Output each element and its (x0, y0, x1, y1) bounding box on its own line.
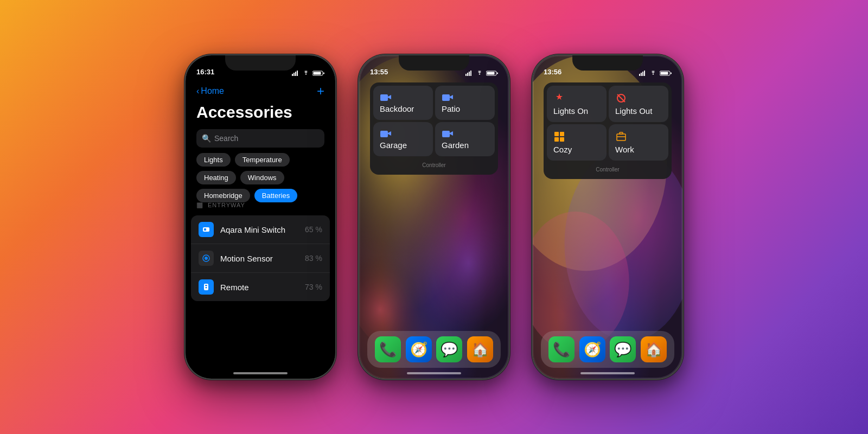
back-label: Home (201, 86, 224, 96)
battery-icon-3 (660, 71, 672, 76)
dock-phone-2[interactable]: 📞 (375, 336, 401, 362)
svg-rect-47 (560, 132, 564, 136)
svg-rect-5 (323, 73, 324, 74)
tag-batteries[interactable]: Batteries (254, 189, 297, 202)
list-item[interactable]: Aqara Mini Switch 65 % (191, 215, 330, 244)
svg-rect-2 (295, 72, 296, 76)
svg-rect-24 (487, 72, 495, 75)
svg-rect-27 (442, 94, 450, 101)
svg-rect-39 (642, 72, 643, 76)
dock-safari-2[interactable]: 🧭 (406, 336, 432, 362)
svg-rect-51 (620, 132, 623, 134)
svg-rect-0 (292, 74, 293, 76)
camera-backdoor-label: Backdoor (380, 104, 414, 113)
svg-marker-26 (388, 95, 391, 99)
item-icon-1 (199, 222, 214, 237)
svg-rect-49 (560, 137, 564, 142)
add-button[interactable]: + (317, 84, 324, 99)
camera-patio-label: Patio (442, 104, 460, 113)
item-name-1: Aqara Mini Switch (220, 225, 298, 234)
item-icon-2 (199, 251, 214, 266)
tag-heating[interactable]: Heating (196, 171, 236, 184)
home-bar-2[interactable] (407, 372, 461, 374)
nav-bar-1: ‹ Home + (186, 79, 335, 101)
svg-marker-32 (450, 131, 453, 136)
time-2: 13:55 (370, 68, 465, 76)
dock-home-2[interactable]: 🏠 (467, 336, 493, 362)
camera-garden[interactable]: Garden (435, 122, 495, 156)
svg-rect-23 (497, 73, 498, 74)
tag-lights[interactable]: Lights (196, 153, 231, 167)
wifi-icon-2 (476, 71, 483, 76)
tag-temperature[interactable]: Temperature (235, 153, 290, 167)
phone-cameras: 13:55 (358, 54, 510, 380)
list-item[interactable]: Motion Sensor 83 % (191, 244, 330, 273)
search-icon: 🔍 (202, 134, 211, 143)
dock-home-3[interactable]: 🏠 (641, 336, 667, 362)
camera-patio-icon (442, 92, 454, 102)
home-bar-3[interactable] (580, 372, 635, 374)
svg-rect-40 (644, 71, 645, 76)
svg-rect-50 (617, 134, 626, 141)
svg-marker-28 (450, 95, 453, 99)
svg-rect-1 (293, 73, 295, 76)
wifi-icon (302, 71, 310, 76)
status-icons-1 (292, 71, 324, 76)
scene-lights-on[interactable]: Lights On (547, 86, 607, 122)
section-header: ▦ ENTRYWAY (196, 201, 245, 209)
dock-3: 📞 🧭 💬 🏠 (541, 331, 674, 368)
time-1: 16:31 (196, 68, 292, 76)
battery-icon-2 (486, 71, 498, 76)
switch-icon (202, 225, 210, 234)
page-title: Accessories (196, 103, 292, 122)
dock-messages-2[interactable]: 💬 (436, 336, 462, 362)
svg-point-13 (206, 287, 207, 289)
svg-rect-37 (639, 74, 640, 76)
dock-phone-3[interactable]: 📞 (548, 336, 575, 362)
work-icon (615, 131, 627, 143)
home-bar-1[interactable] (233, 372, 288, 374)
svg-marker-30 (388, 131, 391, 136)
dock-messages-3[interactable]: 💬 (610, 336, 636, 362)
accessories-list: Aqara Mini Switch 65 % Motion Sensor 83 … (191, 215, 330, 301)
back-button[interactable]: ‹ Home (196, 86, 224, 96)
camera-garden-label: Garden (442, 141, 469, 150)
battery-icon (312, 71, 324, 76)
scene-work[interactable]: Work (609, 124, 668, 161)
filter-tags: Lights Temperature Heating Windows Homeb… (196, 153, 324, 202)
svg-rect-21 (470, 71, 471, 76)
controller-label-3: Controller (596, 167, 619, 173)
scene-cozy[interactable]: Cozy (547, 124, 607, 161)
lights-on-icon (553, 92, 565, 104)
item-battery-1: 65 % (305, 225, 322, 234)
signal-icon (292, 71, 299, 76)
scene-lights-on-label: Lights On (553, 106, 588, 116)
camera-patio[interactable]: Patio (435, 86, 495, 120)
remote-icon (202, 283, 210, 291)
svg-rect-20 (469, 72, 470, 76)
camera-garden-icon (442, 129, 454, 138)
scene-lights-out[interactable]: Lights Out (609, 86, 668, 122)
status-icons-3 (639, 71, 672, 76)
item-name-2: Motion Sensor (220, 254, 298, 263)
tag-windows[interactable]: Windows (240, 171, 284, 184)
phone-accessories: 16:31 (184, 54, 336, 380)
phone-scenes: 13:56 (532, 54, 684, 380)
camera-garage[interactable]: Garage (373, 122, 433, 156)
dock-safari-3[interactable]: 🧭 (579, 336, 605, 362)
item-icon-3 (199, 279, 214, 295)
svg-rect-31 (442, 131, 450, 137)
scene-work-label: Work (615, 145, 634, 154)
svg-rect-42 (671, 73, 672, 74)
section-icon: ▦ (196, 201, 203, 209)
svg-rect-48 (554, 137, 559, 142)
camera-backdoor[interactable]: Backdoor (373, 86, 433, 120)
svg-rect-43 (661, 72, 668, 75)
camera-grid-popup: Backdoor Patio Garage (370, 82, 498, 175)
camera-garage-label: Garage (380, 141, 407, 150)
search-bar[interactable]: 🔍 Search (196, 129, 324, 148)
svg-rect-25 (380, 94, 388, 101)
list-item[interactable]: Remote 73 % (191, 273, 330, 301)
camera-garage-icon (380, 129, 392, 138)
signal-icon-3 (639, 71, 647, 76)
